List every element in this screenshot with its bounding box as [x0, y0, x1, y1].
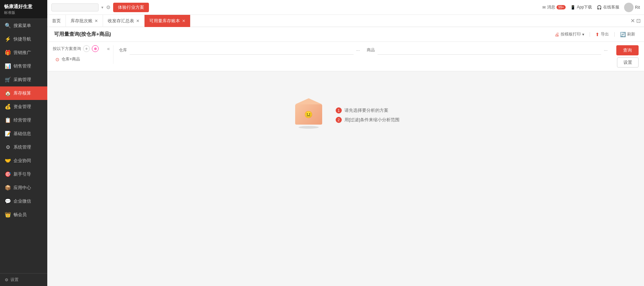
message-btn[interactable]: ✉ 消息 99+ [542, 4, 566, 10]
tab-close-available-account[interactable]: ✕ [182, 19, 185, 23]
sidebar-label-search: 搜索菜单 [14, 23, 31, 29]
finance-icon: 💰 [5, 104, 11, 110]
empty-state-inner: 😐 1 请先选择要分析的方案 2 用[过滤]条件来缩小分析范围 [292, 98, 400, 132]
warehouse-input[interactable] [130, 45, 354, 55]
sidebar-item-marketing[interactable]: 🎁营销推广 [0, 46, 47, 59]
sidebar-item-newbie[interactable]: 🎯新手引导 [0, 167, 47, 181]
main-area: ▾ ⚙ 体验行业方案 ✉ 消息 99+ 📱 App下载 🎧 在线客服 Rit [47, 0, 644, 286]
tab-available-account[interactable]: 可用量库存账本 ✕ [145, 15, 190, 27]
empty-tip-1: 1 请先选择要分析的方案 [336, 107, 400, 113]
sidebar-item-sales[interactable]: 📊销售管理 [0, 59, 47, 73]
topbar-right: ✉ 消息 99+ 📱 App下载 🎧 在线客服 Rit [542, 3, 640, 12]
goods-more-btn[interactable]: ··· [604, 48, 608, 53]
add-scheme-btn[interactable]: + [83, 45, 90, 52]
sidebar-label-coop: 企业协同 [14, 158, 31, 164]
warehouse-more-btn[interactable]: ··· [356, 48, 360, 53]
topbar-search-input[interactable] [51, 3, 99, 11]
sidebar-item-system[interactable]: ⚙系统管理 [0, 140, 47, 154]
sidebar-label-marketing: 营销推广 [14, 50, 31, 56]
empty-tips: 1 请先选择要分析的方案 2 用[过滤]条件来缩小分析范围 [336, 107, 400, 123]
warehouse-label: 仓库 [119, 47, 127, 53]
scheme-settings-btn[interactable]: ⊕ [92, 45, 99, 52]
sidebar-item-quick-nav[interactable]: ⚡快捷导航 [0, 32, 47, 46]
tab-label-available-account: 可用量库存账本 [149, 18, 180, 24]
username-label: Rit [635, 5, 640, 10]
filter-scheme-label: 按以下方案查询 [53, 46, 81, 52]
page-header: 可用量查询(按仓库+商品) 🖨 按模板打印 ▾ ⬆ 导出 🔄 刷新 [47, 27, 644, 42]
tabs-actions: ✕ ⊡ [627, 18, 644, 24]
sidebar-bottom-settings[interactable]: ⚙ 设置 [0, 273, 47, 286]
inventory-icon: 🏠 [5, 90, 11, 96]
tab-close-batch-account[interactable]: ✕ [95, 19, 98, 23]
sidebar-item-search[interactable]: 🔍搜索菜单 [0, 19, 47, 32]
goods-label: 商品 [367, 47, 375, 53]
phone-icon: 📱 [570, 5, 575, 10]
service-icon: 🎧 [597, 5, 602, 10]
sidebar-label-newbie: 新手引导 [14, 171, 31, 177]
sidebar-label-member: 畅会员 [14, 212, 27, 218]
topbar-gear-icon[interactable]: ⚙ [106, 4, 110, 10]
user-area[interactable]: Rit [624, 3, 640, 12]
topbar: ▾ ⚙ 体验行业方案 ✉ 消息 99+ 📱 App下载 🎧 在线客服 Rit [47, 0, 644, 15]
topbar-dropdown-arrow[interactable]: ▾ [101, 5, 103, 10]
sidebar-logo: 畅康通好生意 标准版 [0, 0, 47, 19]
divider-2 [614, 32, 615, 37]
app-center-icon: 📦 [5, 185, 11, 191]
tip-num-1: 1 [336, 107, 342, 113]
empty-tip-2: 2 用[过滤]条件来缩小分析范围 [336, 117, 400, 123]
sidebar-label-system: 系统管理 [14, 144, 31, 150]
filter-settings-btn[interactable]: 设置 [617, 57, 639, 68]
page-header-actions: 🖨 按模板打印 ▾ ⬆ 导出 🔄 刷新 [552, 30, 637, 38]
sidebar-item-finance[interactable]: 💰资金管理 [0, 100, 47, 113]
filter-fields: 仓库 ··· 商品 ··· [113, 45, 613, 55]
operation-icon: 📋 [5, 117, 11, 123]
print-dropdown-icon[interactable]: ▾ [582, 32, 584, 37]
industry-btn[interactable]: 体验行业方案 [113, 3, 149, 12]
query-btn[interactable]: 查询 [616, 45, 639, 55]
sidebar-item-app-center[interactable]: 📦应用中心 [0, 181, 47, 194]
online-service-btn[interactable]: 🎧 在线客服 [597, 4, 619, 10]
print-btn[interactable]: 🖨 按模板打印 ▾ [552, 30, 586, 38]
scheme-item-warehouse-goods[interactable]: ⊙ 仓库+商品 [53, 55, 110, 64]
tip-text-1: 请先选择要分析的方案 [344, 107, 388, 113]
sidebar-label-quick-nav: 快捷导航 [14, 36, 31, 42]
collapse-btn[interactable]: « [107, 46, 110, 51]
tab-batch-account[interactable]: 库存批次账 ✕ [66, 15, 103, 27]
sidebar-item-operation[interactable]: 📋经营管理 [0, 113, 47, 127]
tab-home[interactable]: 首页 [47, 15, 66, 27]
filter-warehouse-field: 仓库 ··· [119, 45, 360, 55]
filter-scheme-header: 按以下方案查询 + ⊕ « [53, 45, 110, 52]
sidebar-item-purchase[interactable]: 🛒采购管理 [0, 73, 47, 86]
member-icon: 👑 [5, 212, 11, 218]
close-tab-btn[interactable]: ✕ [630, 18, 635, 24]
sidebar-label-purchase: 采购管理 [14, 77, 31, 83]
refresh-btn[interactable]: 🔄 刷新 [618, 30, 637, 38]
sidebar-item-inventory[interactable]: 🏠库存核算 [0, 86, 47, 100]
logo-name: 畅康通好生意 [4, 3, 43, 10]
sidebar-item-wechat[interactable]: 💬企业微信 [0, 194, 47, 208]
sidebar-item-basic-info[interactable]: 📝基础信息 [0, 127, 47, 140]
settings-icon: ⚙ [5, 278, 8, 282]
empty-illustration: 😐 [292, 98, 326, 132]
app-download-btn[interactable]: 📱 App下载 [570, 4, 592, 10]
avatar [624, 3, 634, 12]
export-btn[interactable]: ⬆ 导出 [593, 30, 611, 38]
filter-goods-field: 商品 ··· [367, 45, 608, 55]
sidebar-item-member[interactable]: 👑畅会员 [0, 208, 47, 222]
sidebar-label-finance: 资金管理 [14, 104, 31, 110]
tab-close-collect-summary[interactable]: ✕ [136, 19, 139, 23]
page-title: 可用量查询(按仓库+商品) [54, 31, 111, 37]
export-icon: ⬆ [595, 32, 599, 37]
sidebar-label-wechat: 企业微信 [14, 198, 31, 204]
sidebar-item-coop[interactable]: 🤝企业协同 [0, 154, 47, 167]
sidebar-label-app-center: 应用中心 [14, 185, 31, 191]
logo-tag: 标准版 [4, 10, 43, 15]
restore-tab-btn[interactable]: ⊡ [636, 18, 641, 24]
tab-collect-summary[interactable]: 收发存汇总表 ✕ [103, 15, 145, 27]
scheme-item-icon: ⊙ [55, 57, 59, 62]
divider-1 [590, 32, 590, 37]
quick-nav-icon: ⚡ [5, 36, 11, 42]
tab-label-home: 首页 [52, 18, 61, 24]
sidebar-label-operation: 经营管理 [14, 117, 31, 123]
goods-input[interactable] [378, 45, 601, 55]
